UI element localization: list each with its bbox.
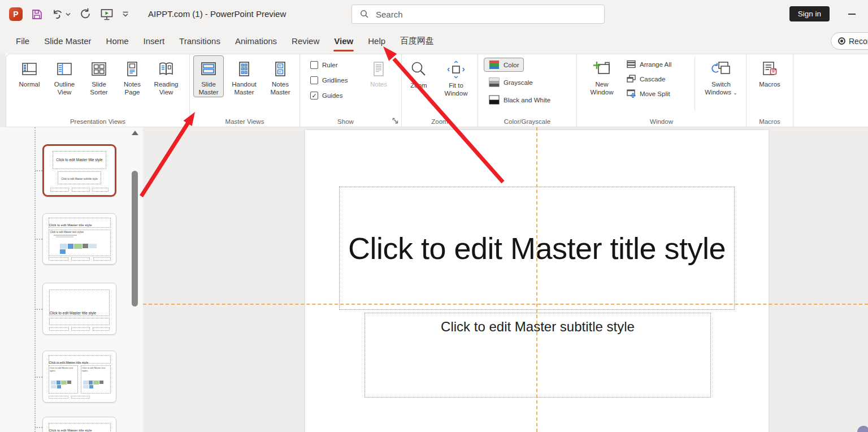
switch-windows-icon — [711, 61, 731, 77]
grayscale-button[interactable]: Grayscale — [484, 75, 538, 89]
tab-file[interactable]: File — [8, 28, 37, 54]
handout-master-button[interactable]: Handout Master — [226, 55, 262, 97]
search-input[interactable] — [376, 10, 579, 19]
sign-in-button[interactable]: Sign in — [789, 6, 830, 21]
minimize-icon — [848, 14, 856, 15]
outline-view-icon — [56, 61, 73, 77]
new-window-button[interactable]: New Window — [584, 55, 620, 111]
tab-help[interactable]: Help — [361, 28, 393, 54]
record-icon — [838, 37, 845, 45]
record-button[interactable]: Record — [831, 32, 868, 50]
normal-view-button[interactable]: Normal — [12, 55, 46, 97]
notes-master-button[interactable]: Notes Master — [264, 55, 296, 97]
slide-master-icon — [200, 61, 217, 77]
title-bar: P AIPPT.com (1) - PowerPoint Preview — [0, 0, 868, 28]
group-macros: Macros Macros — [747, 54, 793, 127]
thumbnail-master-slide[interactable]: Click to edit Master title style Click t… — [42, 144, 116, 197]
outline-view-button[interactable]: Outline View — [47, 55, 81, 97]
new-window-icon — [593, 61, 611, 77]
show-dialog-launcher-icon[interactable] — [392, 118, 398, 124]
horizontal-guide[interactable] — [143, 304, 868, 305]
notes-button: Notes — [364, 55, 393, 89]
group-master-views: Slide Master Handout Master Notes Master… — [190, 54, 300, 127]
tab-view[interactable]: View — [327, 28, 361, 54]
fit-to-window-icon — [447, 61, 465, 79]
black-and-white-button[interactable]: Black and White — [484, 93, 555, 107]
tab-slide-master[interactable]: Slide Master — [37, 28, 98, 54]
customize-quick-access-toolbar-icon[interactable] — [122, 11, 129, 18]
notes-page-button[interactable]: Notes Page — [116, 55, 148, 97]
slide-master-button[interactable]: Slide Master — [193, 55, 224, 97]
group-color-grayscale: Color Grayscale Black and White Color/Gr… — [478, 54, 577, 127]
slide-thumbnail-pane: Click to edit Master title style Click t… — [0, 127, 143, 432]
tab-baidu-netdisk[interactable]: 百度网盘 — [393, 28, 441, 54]
slide-sorter-button[interactable]: Slide Sorter — [83, 55, 115, 97]
floating-widget[interactable] — [857, 426, 868, 432]
window-title: AIPPT.com (1) - PowerPoint Preview — [148, 9, 286, 19]
redo-icon[interactable] — [79, 8, 92, 20]
tab-insert[interactable]: Insert — [136, 28, 172, 54]
ribbon-left-margin — [0, 54, 6, 127]
cascade-icon — [627, 75, 636, 83]
arrange-all-button[interactable]: Arrange All — [627, 60, 693, 68]
fit-to-window-button[interactable]: Fit to Window — [439, 55, 474, 98]
master-subtitle-placeholder[interactable]: Click to edit Master subtitle style — [364, 313, 711, 398]
gridlines-checkbox[interactable]: Gridlines — [310, 76, 348, 84]
thumbnail-graphics — [60, 244, 99, 254]
grayscale-mode-icon — [489, 77, 500, 87]
undo-dropdown-chevron-icon[interactable] — [66, 12, 71, 16]
macros-button[interactable]: Macros — [753, 55, 786, 89]
thumbnail-layout-2[interactable]: Click to edit Master title style — [42, 283, 116, 335]
color-mode-icon — [489, 60, 500, 70]
start-slideshow-icon[interactable] — [100, 8, 114, 21]
ribbon-view-tab-panel: Normal Outline View Slide Sorter Notes P… — [6, 54, 868, 127]
search-box[interactable] — [351, 5, 605, 24]
save-icon[interactable] — [31, 8, 43, 20]
tab-transitions[interactable]: Transitions — [172, 28, 228, 54]
tab-review[interactable]: Review — [284, 28, 327, 54]
gridlines-checkbox-box — [310, 76, 318, 84]
vertical-guide[interactable] — [536, 127, 537, 432]
slide-editor-area: Click to edit Master title style Click t… — [143, 127, 868, 432]
powerpoint-logo-icon: P — [9, 7, 23, 21]
cascade-button[interactable]: Cascade — [627, 75, 693, 83]
slide-sorter-icon — [90, 61, 107, 77]
layout-tree-connector — [34, 127, 36, 432]
guides-checkbox[interactable]: ✓ Guides — [310, 92, 348, 100]
group-show: Ruler Gridlines ✓ Guides Notes Show — [300, 54, 402, 127]
zoom-button[interactable]: Zoom — [406, 55, 432, 98]
notes-icon — [370, 61, 387, 77]
black-and-white-mode-icon — [489, 95, 500, 105]
tab-home[interactable]: Home — [99, 28, 136, 54]
group-zoom: Zoom Fit to Window Zoom — [402, 54, 478, 127]
macros-icon — [761, 61, 778, 77]
ruler-checkbox-box — [310, 61, 318, 69]
zoom-icon — [410, 61, 428, 79]
tab-animations[interactable]: Animations — [228, 28, 284, 54]
notes-page-icon — [124, 61, 141, 77]
handout-master-icon — [236, 61, 253, 77]
guides-checkbox-box: ✓ — [310, 92, 318, 100]
arrange-all-icon — [627, 60, 636, 68]
switch-windows-button[interactable]: Switch Windows ⌄ — [697, 55, 745, 111]
quick-access-toolbar: P — [9, 0, 129, 28]
reading-view-icon — [158, 61, 175, 77]
thumbnail-layout-3[interactable]: Click to edit Master title style Click t… — [42, 351, 116, 403]
normal-view-icon — [21, 61, 38, 77]
scrollbar-thumb[interactable] — [132, 171, 138, 306]
move-split-button[interactable]: Move Split — [627, 89, 693, 98]
reading-view-button[interactable]: Reading View — [149, 55, 183, 97]
minimize-button[interactable] — [844, 10, 859, 18]
color-button[interactable]: Color — [484, 58, 524, 72]
thumbnail-layout-4[interactable]: Click to edit Master title style — [42, 417, 116, 432]
undo-icon[interactable] — [51, 8, 64, 20]
ribbon-tab-bar: File Slide Master Home Insert Transition… — [0, 28, 868, 54]
ruler-checkbox[interactable]: Ruler — [310, 61, 348, 69]
thumbnail-scrollbar[interactable] — [131, 128, 139, 432]
search-icon — [360, 10, 369, 19]
scroll-up-arrow-icon[interactable] — [132, 131, 138, 135]
move-split-icon — [627, 89, 636, 98]
notes-master-icon — [272, 61, 289, 77]
thumbnail-layout-1[interactable]: Click to edit Master title style Click t… — [42, 213, 116, 265]
group-presentation-views: Normal Outline View Slide Sorter Notes P… — [6, 54, 190, 127]
